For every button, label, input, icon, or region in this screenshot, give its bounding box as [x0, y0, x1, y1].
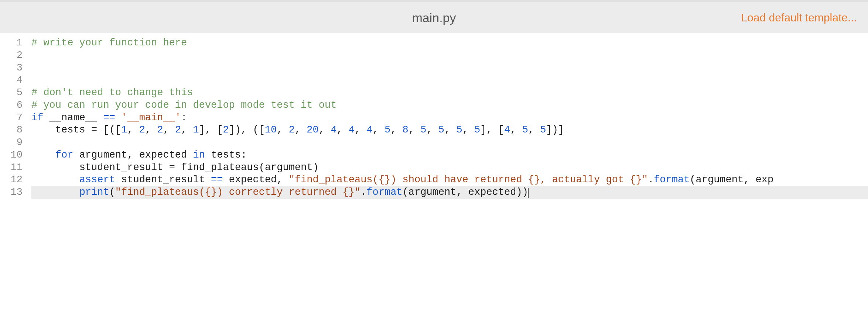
code-token: , — [462, 124, 474, 135]
code-token: 2 — [157, 124, 163, 135]
code-token: == — [97, 112, 121, 123]
line-number: 1 — [0, 37, 23, 49]
code-token: 8 — [403, 124, 409, 135]
code-token: exp — [756, 174, 774, 185]
code-token: , — [528, 124, 540, 135]
code-token: : — [241, 149, 247, 161]
code-token: ], [ — [480, 124, 504, 135]
code-token — [31, 174, 79, 185]
code-line[interactable]: # don't need to change this — [31, 87, 868, 99]
load-template-link[interactable]: Load default template... — [741, 11, 857, 24]
code-line[interactable] — [31, 62, 868, 75]
code-token: ( — [109, 187, 115, 198]
filename-label: main.py — [412, 11, 456, 25]
code-token: ) — [313, 162, 319, 173]
code-token: ( — [403, 187, 409, 198]
code-token: , — [744, 174, 755, 185]
code-token: ], [ — [199, 124, 223, 135]
code-token — [31, 149, 55, 161]
code-line[interactable]: print("find_plateaus({}) correctly retur… — [31, 186, 868, 199]
code-line[interactable]: if __name__ == '__main__': — [31, 112, 868, 124]
code-token: == — [205, 174, 229, 185]
code-token: expected — [139, 149, 187, 161]
code-token: 5 — [522, 124, 528, 135]
code-token: : — [181, 112, 187, 123]
code-token — [31, 187, 79, 198]
code-token: , — [145, 124, 157, 135]
code-line[interactable]: tests = [([1, 2, 2, 2, 1], [2]), ([10, 2… — [31, 124, 868, 137]
line-number: 3 — [0, 62, 23, 75]
code-token: print — [79, 187, 109, 198]
code-token: 5 — [385, 124, 390, 135]
code-token: 5 — [456, 124, 462, 135]
code-token: # write your function here — [31, 37, 187, 48]
code-token: in — [187, 149, 211, 161]
code-token: argument — [265, 162, 313, 173]
line-number: 5 — [0, 87, 23, 99]
code-line[interactable] — [31, 74, 868, 87]
code-line[interactable] — [31, 49, 868, 62]
code-token — [31, 162, 79, 173]
code-token: , — [127, 124, 139, 135]
code-line[interactable]: # you can run your code in develop mode … — [31, 99, 868, 112]
code-token: 4 — [331, 124, 336, 135]
code-token: format — [654, 174, 690, 185]
code-token: student_result — [121, 174, 205, 185]
code-token: 2 — [289, 124, 295, 135]
line-number: 10 — [0, 149, 23, 162]
code-token: find_plateaus — [181, 162, 259, 173]
code-token: 1 — [193, 124, 199, 135]
code-token: ( — [259, 162, 265, 173]
code-token: , — [355, 124, 366, 135]
code-token: "find_plateaus({}) correctly returned {}… — [115, 187, 360, 198]
code-token: , — [295, 124, 307, 135]
code-token — [31, 124, 55, 135]
text-cursor — [528, 188, 529, 198]
code-token: 5 — [540, 124, 546, 135]
code-line[interactable]: student_result = find_plateaus(argument) — [31, 162, 868, 174]
editor-header: main.py Load default template... — [0, 0, 868, 33]
line-number: 11 — [0, 162, 23, 174]
code-token: 20 — [307, 124, 318, 135]
code-line[interactable]: for argument, expected in tests: — [31, 149, 868, 162]
code-token: '__main__' — [121, 112, 181, 123]
code-token: , — [319, 124, 331, 135]
code-token: # you can run your code in develop mode … — [31, 100, 336, 111]
code-token: assert — [79, 174, 121, 185]
code-line[interactable] — [31, 137, 868, 149]
code-token: [([ — [103, 124, 121, 135]
code-token: argument — [409, 187, 457, 198]
code-token: , — [444, 124, 456, 135]
code-token: , — [163, 124, 175, 135]
code-line[interactable]: # write your function here — [31, 37, 868, 49]
code-token: , — [409, 124, 420, 135]
line-number: 4 — [0, 74, 23, 87]
code-token: ])] — [546, 124, 564, 135]
code-token: ( — [690, 174, 696, 185]
line-number-gutter: 12345678910111213 — [0, 33, 28, 324]
code-token: 1 — [121, 124, 127, 135]
code-area[interactable]: # write your function here# don't need t… — [28, 33, 868, 324]
line-number: 9 — [0, 137, 23, 149]
code-token: = — [163, 162, 181, 173]
code-token: 4 — [366, 124, 372, 135]
code-token: , — [127, 149, 139, 161]
code-token: student_result — [79, 162, 163, 173]
code-token: , — [181, 124, 193, 135]
line-number: 6 — [0, 99, 23, 112]
code-token: expected — [468, 187, 516, 198]
code-token: tests — [55, 124, 85, 135]
code-token: , — [336, 124, 348, 135]
code-line[interactable]: assert student_result == expected, "find… — [31, 174, 868, 186]
code-token: format — [366, 187, 402, 198]
code-token: "find_plateaus({}) should have returned … — [289, 174, 648, 185]
line-number: 13 — [0, 186, 23, 199]
code-token: 4 — [504, 124, 510, 135]
code-editor[interactable]: 12345678910111213 # write your function … — [0, 33, 868, 324]
code-token: if — [31, 112, 49, 123]
code-token: # don't need to change this — [31, 87, 193, 98]
code-token: . — [360, 187, 366, 198]
line-number: 8 — [0, 124, 23, 137]
code-token: , — [456, 187, 468, 198]
code-token: 2 — [175, 124, 181, 135]
